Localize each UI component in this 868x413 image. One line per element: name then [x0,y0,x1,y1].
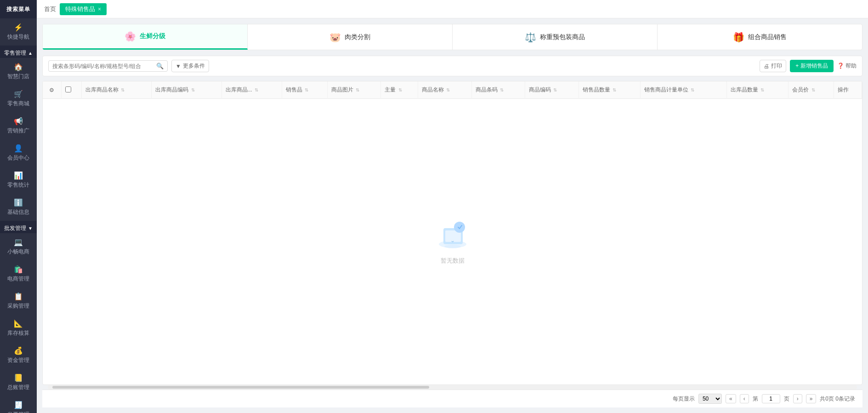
th-main-qty[interactable]: 主量 ⇅ [381,81,418,99]
sidebar-logo[interactable]: 搜索菜单 [0,0,37,18]
sidebar-item-marketing[interactable]: 📢 营销推广 [0,112,37,139]
search-input[interactable] [52,63,153,69]
sidebar-item-invoice[interactable]: 🧾 发票管理 [0,396,37,413]
sidebar-item-ecommerce[interactable]: 💻 小畅电商 [0,233,37,260]
th-settings[interactable]: ⚙ [43,81,61,99]
th-label: 商品编码 [529,86,551,93]
horizontal-scrollbar[interactable] [48,385,857,390]
cat-tab-fresh[interactable]: 🌸 生鲜分级 [43,24,248,50]
sidebar-item-retailmall[interactable]: 🛒 零售商城 [0,85,37,112]
th-barcode[interactable]: 商品条码 ⇅ [471,81,525,99]
cat-tab-combo[interactable]: 🎁 组合商品销售 [658,24,862,50]
toolbar: 🔍 ▼ 更多条件 🖨 打印 + 新增销售品 ❓ 帮助 [42,56,862,76]
sidebar-item-ledger[interactable]: 📒 总账管理 [0,369,37,396]
select-all-checkbox[interactable] [65,86,71,92]
main-content: 首页 特殊销售品 × 🌸 生鲜分级 🐷 肉类分割 ⚖️ 称重预包装商品 🎁 组合… [37,0,868,413]
page-input[interactable] [762,394,780,403]
sidebar-item-purchase[interactable]: 📋 采购管理 [0,287,37,315]
th-sale-qty[interactable]: 销售品数量 ⇅ [579,81,640,99]
th-label: 商品名称 [422,86,444,93]
sidebar-item-member[interactable]: 👤 会员中心 [0,139,37,166]
th-product-name[interactable]: 商品名称 ⇅ [418,81,471,99]
th-outlet-code[interactable]: 出库商品编码 ⇅ [152,81,221,99]
top-bar: 首页 特殊销售品 × [37,0,868,18]
combo-tab-icon: 🎁 [733,32,744,43]
toolbar-right: 🖨 打印 + 新增销售品 ❓ 帮助 [760,60,857,72]
ecommerce-icon: 💻 [14,238,23,247]
help-label: 帮助 [845,63,857,69]
active-tab[interactable]: 特殊销售品 × [60,3,107,15]
sort-icon: ⇅ [446,87,450,92]
sort-icon: ⇅ [760,87,764,92]
help-button[interactable]: ❓ 帮助 [837,62,857,70]
ecommercemanage-icon: 🛍️ [14,265,23,274]
th-label: 会员价 [792,86,809,93]
sidebar-item-label: 营销推广 [7,127,29,135]
sort-icon: ⇅ [356,87,359,92]
tab-close-icon[interactable]: × [98,6,101,12]
sort-icon: ⇅ [811,87,815,92]
th-checkbox[interactable] [61,81,82,99]
data-table: ⚙ 出库商品名称 ⇅ 出库商品编码 ⇅ 出库商品... ⇅ [43,81,862,99]
print-icon: 🖨 [764,63,769,69]
last-page-button[interactable]: » [806,394,817,403]
th-sale-unit[interactable]: 销售商品计量单位 ⇅ [640,81,726,99]
page-label: 第 [753,395,758,403]
next-page-button[interactable]: › [793,394,802,403]
sidebar-section-retail[interactable]: 零售管理 ▲ [0,46,37,58]
sort-icon: ⇅ [398,87,402,92]
svg-point-3 [454,222,465,233]
sidebar-item-ecommercemanage[interactable]: 🛍️ 电商管理 [0,260,37,287]
ledger-icon: 📒 [14,373,23,382]
sidebar-section-wholesale[interactable]: 批发管理 ▼ [0,221,37,233]
category-tabs: 🌸 生鲜分级 🐷 肉类分割 ⚖️ 称重预包装商品 🎁 组合商品销售 [42,24,862,50]
th-image[interactable]: 商品图片 ⇅ [327,81,381,99]
sidebar-item-label: 资金管理 [7,356,29,364]
table-container: ⚙ 出库商品名称 ⇅ 出库商品编码 ⇅ 出库商品... ⇅ [42,81,862,385]
cat-tab-weight[interactable]: ⚖️ 称重预包装商品 [453,24,658,50]
filter-button[interactable]: ▼ 更多条件 [171,60,209,72]
sidebar-item-basicinfo1[interactable]: ℹ️ 基础信息 [0,194,37,221]
wholesale-label: 批发管理 [4,224,26,232]
first-page-button[interactable]: « [726,394,736,403]
th-label: 销售商品计量单位 [644,86,688,93]
add-button[interactable]: + 新增销售品 [790,60,833,72]
th-label: 商品图片 [331,86,353,93]
sidebar-item-label: 智慧门店 [7,73,29,80]
sidebar-item-quicknav[interactable]: ⚡ 快捷导航 [0,18,37,46]
th-outlet-name[interactable]: 出库商品名称 ⇅ [82,81,152,99]
sort-icon: ⇅ [121,87,125,92]
home-link[interactable]: 首页 [44,5,56,13]
prev-page-button[interactable]: ‹ [740,394,749,403]
sidebar-item-retailstat[interactable]: 📊 零售统计 [0,166,37,194]
fresh-tab-icon: 🌸 [125,31,136,42]
scrollbar-thumb[interactable] [52,386,429,389]
sidebar-item-label: 快捷导航 [7,33,29,41]
sort-icon: ⇅ [255,87,258,92]
sidebar-item-inventory[interactable]: 📐 库存核算 [0,315,37,342]
th-action: 操作 [834,81,862,99]
search-box[interactable]: 🔍 [48,60,168,72]
table-header-row: ⚙ 出库商品名称 ⇅ 出库商品编码 ⇅ 出库商品... ⇅ [43,81,862,99]
weight-tab-icon: ⚖️ [525,32,536,43]
combo-tab-label: 组合商品销售 [748,33,787,41]
per-page-select[interactable]: 50 10 20 100 [698,394,722,404]
th-label: 销售品数量 [583,86,610,93]
th-product-code[interactable]: 商品编码 ⇅ [525,81,579,99]
retail-label: 零售管理 [4,49,26,57]
print-button[interactable]: 🖨 打印 [760,60,786,72]
member-icon: 👤 [14,144,23,153]
sidebar-item-label: 零售商城 [7,100,29,108]
sidebar-item-label: 发票管理 [7,411,29,413]
th-outlet-qty[interactable]: 出库品数量 ⇅ [726,81,788,99]
sidebar-item-smartstore[interactable]: 🏠 智慧门店 [0,58,37,85]
invoice-icon: 🧾 [14,401,23,409]
quicknav-icon: ⚡ [14,23,23,32]
th-member-price[interactable]: 会员价 ⇅ [789,81,834,99]
svg-point-4 [444,245,461,248]
th-outlet-spec[interactable]: 出库商品... ⇅ [221,81,282,99]
sidebar-item-label: 电商管理 [7,275,29,283]
th-sale-item[interactable]: 销售品 ⇅ [282,81,327,99]
cat-tab-meat[interactable]: 🐷 肉类分割 [248,24,453,50]
sidebar-item-finance[interactable]: 💰 资金管理 [0,342,37,369]
